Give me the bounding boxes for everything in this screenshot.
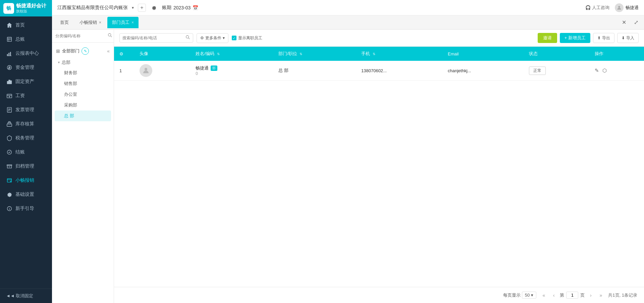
import-label: 导入 — [626, 35, 634, 41]
sidebar-item-fund[interactable]: 资金管理 — [0, 60, 52, 75]
col-avatar: 头像 — [134, 47, 190, 61]
logo-icon: 畅 — [3, 3, 14, 14]
emp-search-box — [119, 33, 193, 43]
svg-point-34 — [145, 68, 147, 71]
col-name-code[interactable]: 姓名/编码 ⇅ — [190, 47, 273, 61]
checkout-icon — [6, 149, 13, 156]
sidebar-item-guide[interactable]: 新手引导 — [0, 202, 52, 216]
more-filter-btn[interactable]: ⚙ 更多条件 ▾ — [197, 33, 228, 43]
dept-child-bangong[interactable]: 办公室 — [55, 89, 111, 100]
col-phone[interactable]: 手机 ⇅ — [356, 47, 442, 61]
period-value[interactable]: 2023-03 — [173, 5, 191, 10]
tab-dept-emp-close[interactable]: × — [131, 20, 134, 25]
all-dept-item[interactable]: ⊞ 全部部门 ✎ « — [52, 45, 114, 57]
filter-label: 更多条件 — [205, 35, 221, 41]
add-account-btn[interactable]: + — [138, 4, 146, 12]
logout-btn[interactable]: ⬡ — [602, 68, 607, 74]
sidebar: 畅 畅捷通好会计 旗舰版 首页 总账 云报表中心 — [0, 0, 52, 303]
dept-parent-zongbu[interactable]: 总部 — [55, 57, 111, 68]
sidebar-label-settings: 基础设置 — [15, 191, 34, 198]
export-icon: ⬆ — [597, 36, 601, 40]
calendar-icon[interactable]: 📅 — [193, 5, 198, 10]
tab-xiaochang-label: 小畅报销 — [79, 19, 97, 26]
col-seq: ⚙ — [114, 47, 134, 61]
dept-child-caiwu[interactable]: 财务部 — [55, 68, 111, 78]
dept-search-input[interactable] — [55, 34, 106, 38]
sidebar-item-salary[interactable]: 工资 — [0, 89, 52, 103]
sidebar-label-tax: 税务管理 — [15, 135, 34, 141]
tab-xiaochang-close[interactable]: × — [99, 20, 101, 25]
cell-phone: 138070602... — [356, 61, 442, 81]
sidebar-item-xiaochang[interactable]: 小畅报销 — [0, 173, 52, 187]
search-icon[interactable] — [185, 35, 190, 41]
sidebar-item-tax[interactable]: 税务管理 — [0, 131, 52, 145]
action-btns: ✎ ⬡ — [595, 68, 639, 74]
col-actions: 操作 — [589, 47, 644, 61]
show-resigned-toggle[interactable]: ✓ 显示离职员工 — [232, 35, 262, 41]
user-menu[interactable]: 畅捷通 — [615, 3, 639, 12]
company-dropdown-icon[interactable]: ▾ — [132, 5, 134, 10]
sidebar-item-ledger[interactable]: 总账 — [0, 32, 52, 46]
emp-table: ⚙ 头像 姓名/编码 ⇅ 部门/职位 ⇅ — [114, 47, 644, 81]
consult-label: 人工咨询 — [592, 5, 609, 11]
last-page-btn[interactable]: » — [597, 291, 605, 299]
sidebar-item-archive[interactable]: 归档管理 — [0, 159, 52, 173]
sidebar-item-reports[interactable]: 云报表中心 — [0, 46, 52, 60]
consult-btn[interactable]: 🎧 人工咨询 — [585, 5, 609, 11]
dept-child-caigou[interactable]: 采购部 — [55, 100, 111, 111]
expand-tab-btn[interactable]: ⤢ — [631, 18, 641, 27]
logo[interactable]: 畅 畅捷通好会计 旗舰版 — [0, 0, 52, 16]
sidebar-item-assets[interactable]: 固定资产 — [0, 75, 52, 89]
svg-rect-19 — [7, 124, 12, 126]
main-area: 江西服宝精品有限责任公司内账张 ▾ + 账期 2023-03 📅 🎧 人工咨询 … — [52, 0, 644, 303]
sidebar-item-settings[interactable]: 基础设置 — [0, 187, 52, 202]
next-page-btn[interactable]: › — [587, 291, 595, 299]
col-dept[interactable]: 部门/职位 ⇅ — [273, 47, 356, 61]
edit-btn[interactable]: ✎ — [595, 68, 599, 74]
svg-rect-21 — [8, 122, 10, 123]
tab-dept-emp[interactable]: 部门员工 × — [107, 17, 139, 28]
emp-avatar — [140, 64, 152, 77]
cell-actions: ✎ ⬡ — [589, 61, 644, 81]
tab-xiaochang[interactable]: 小畅报销 × — [75, 17, 106, 28]
home-icon — [6, 22, 13, 29]
page-input[interactable] — [566, 292, 578, 299]
tab-home-label: 首页 — [60, 19, 69, 26]
dept-child-xiaoshou[interactable]: 销售部 — [55, 78, 111, 89]
sidebar-item-invoice[interactable]: 发票管理 — [0, 103, 52, 117]
sidebar-item-inventory[interactable]: 库存核算 — [0, 117, 52, 131]
dept-collapse-btn[interactable]: « — [107, 48, 110, 54]
sidebar-item-home[interactable]: 首页 — [0, 18, 52, 32]
tab-home[interactable]: 首页 — [55, 17, 73, 28]
period-label: 账期 — [162, 5, 171, 11]
dept-search-icon[interactable] — [108, 33, 112, 39]
close-tab-btn[interactable]: ✕ — [619, 18, 629, 27]
username-label: 畅捷通 — [626, 5, 639, 11]
svg-line-33 — [189, 38, 190, 39]
nav-list: 首页 总账 云报表中心 资金管理 固定资产 — [0, 16, 52, 289]
import-btn[interactable]: ⬇ 导入 — [617, 33, 639, 43]
sidebar-label-ledger: 总账 — [15, 36, 25, 42]
first-page-btn[interactable]: « — [540, 291, 548, 299]
emp-search-input[interactable] — [122, 36, 183, 40]
dept-child-zongbu[interactable]: 总 部 — [55, 111, 111, 121]
dept-tree: ⊞ 全部部门 ✎ « 总部 财务部 销售部 办公室 采购部 总 部 — [52, 43, 114, 303]
show-resigned-checkbox[interactable]: ✓ — [232, 36, 236, 40]
col-name-code-label: 姓名/编码 — [196, 51, 214, 56]
add-emp-btn[interactable]: + 新增员工 — [560, 33, 590, 43]
export-btn[interactable]: ⬆ 导出 — [593, 33, 614, 43]
prev-page-btn[interactable]: ‹ — [550, 291, 558, 299]
table-settings-icon[interactable]: ⚙ — [119, 51, 123, 56]
topbar-settings-btn[interactable] — [150, 4, 158, 12]
sidebar-item-checkout[interactable]: 结账 — [0, 145, 52, 159]
per-page-arrow: ▾ — [531, 293, 533, 298]
unpin-sidebar[interactable]: ◄◄ 取消固定 — [0, 289, 52, 303]
assets-icon — [6, 78, 13, 85]
per-page-dropdown[interactable]: 50 ▾ — [522, 292, 536, 299]
page-nav: « ‹ 第 页 › » — [540, 291, 605, 299]
salary-icon — [6, 92, 13, 99]
invite-btn[interactable]: 邀请 — [538, 33, 557, 43]
dept-edit-btn[interactable]: ✎ — [82, 47, 89, 55]
sidebar-label-assets: 固定资产 — [15, 79, 34, 85]
svg-point-32 — [186, 36, 189, 38]
